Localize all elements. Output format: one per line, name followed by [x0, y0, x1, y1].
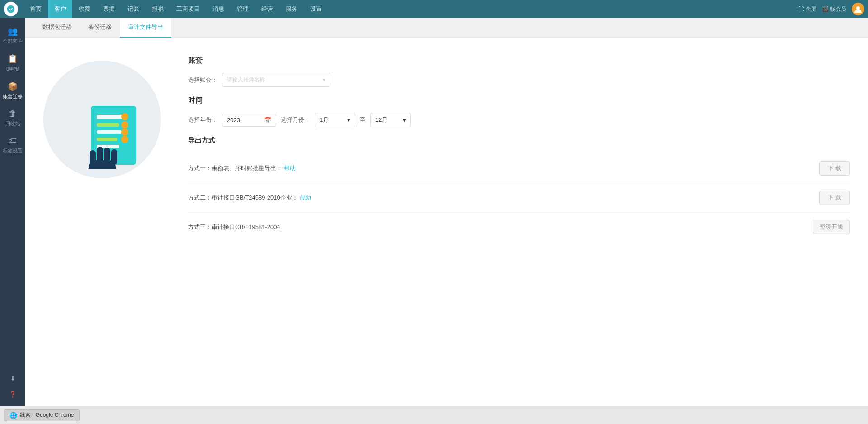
sidebar-label-recycle-bin: 回收站: [5, 120, 20, 127]
top-nav-right: ⛶ 全屏 🎬 畅会员: [798, 3, 864, 15]
export-section: 导出方式 方式一：余额表、序时账批量导出： 帮助 下 载 方式二：审计接口GB/…: [188, 136, 850, 242]
top-navigation: 首页 客户 收费 票据 记账 报税 工商项目 消息 管理 经营 服务 设置 ⛶ …: [0, 0, 868, 18]
month-label: 选择月份：: [281, 116, 310, 124]
sidebar-item-zero-declaration[interactable]: 📋 0申报: [0, 49, 25, 77]
svg-point-9: [121, 129, 128, 136]
svg-rect-15: [104, 148, 110, 165]
nav-management[interactable]: 管理: [231, 0, 255, 18]
time-form-row: 选择年份： 2023 📅 选择月份： 1月 ▾ 至 12月 ▾: [188, 113, 850, 127]
form-area: 账套 选择账套： 请输入账簿名称 ▾ 时间 选择年份： 2023 📅: [188, 52, 850, 392]
account-form-row: 选择账套： 请输入账簿名称 ▾: [188, 73, 850, 87]
sidebar-item-all-customers[interactable]: 👥 全部客户: [0, 22, 25, 49]
chrome-icon: 🌐: [9, 412, 17, 419]
export-method-2: 方式二：审计接口GB/T24589-2010企业： 帮助 下 载: [188, 183, 850, 213]
year-label: 选择年份：: [188, 116, 217, 124]
svg-point-10: [121, 136, 128, 143]
svg-rect-14: [97, 147, 103, 165]
month-start-value: 1月: [320, 116, 329, 124]
sidebar-label-tag-settings: 标签设置: [3, 148, 23, 154]
sidebar-bottom: ⬇ ❓: [6, 372, 19, 406]
sidebar-download-button[interactable]: ⬇: [8, 372, 18, 385]
method-2-download-button[interactable]: 下 载: [819, 191, 850, 205]
time-section-title: 时间: [188, 96, 850, 105]
all-customers-icon: 👥: [8, 26, 18, 36]
nav-menu: 首页 客户 收费 票据 记账 报税 工商项目 消息 管理 经营 服务 设置: [24, 0, 798, 18]
main-layout: 👥 全部客户 📋 0申报 📦 账套迁移 🗑 回收站 🏷 标签设置 ⬇ ❓ 数据包…: [0, 18, 868, 406]
year-value: 2023: [227, 117, 240, 124]
left-sidebar: 👥 全部客户 📋 0申报 📦 账套迁移 🗑 回收站 🏷 标签设置 ⬇ ❓: [0, 18, 25, 406]
method-2-help-link[interactable]: 帮助: [299, 194, 311, 201]
svg-rect-2: [97, 115, 124, 119]
user-avatar[interactable]: [852, 3, 864, 15]
account-select[interactable]: 请输入账簿名称 ▾: [222, 73, 330, 87]
sidebar-label-zero-declaration: 0申报: [6, 66, 19, 72]
tag-settings-icon: 🏷: [9, 136, 17, 146]
method-1-text: 方式一：余额表、序时账批量导出： 帮助: [188, 164, 296, 172]
month-end-value: 12月: [375, 116, 387, 124]
fullscreen-button[interactable]: ⛶ 全屏: [798, 5, 816, 13]
calendar-icon: 📅: [264, 117, 271, 124]
month-end-select[interactable]: 12月 ▾: [370, 113, 411, 127]
method-1-help-link[interactable]: 帮助: [284, 165, 296, 172]
year-input[interactable]: 2023 📅: [222, 114, 276, 127]
tab-data-migration[interactable]: 数据包迁移: [34, 18, 80, 38]
method-3-coming-soon-button[interactable]: 暂缓开通: [813, 220, 850, 234]
chevron-down-icon-3: ▾: [403, 117, 406, 124]
export-method-1: 方式一：余额表、序时账批量导出： 帮助 下 载: [188, 154, 850, 183]
member-button[interactable]: 🎬 畅会员: [822, 5, 846, 13]
sidebar-item-tag-settings[interactable]: 🏷 标签设置: [0, 132, 25, 159]
account-placeholder: 请输入账簿名称: [227, 76, 265, 84]
month-start-select[interactable]: 1月 ▾: [315, 113, 355, 127]
to-label: 至: [360, 116, 366, 124]
taskbar-chrome-item[interactable]: 🌐 线索 - Google Chrome: [4, 409, 80, 421]
nav-invoices[interactable]: 票据: [97, 0, 121, 18]
tab-bar: 数据包迁移 备份迁移 审计文件导出: [25, 18, 868, 38]
sidebar-item-recycle-bin[interactable]: 🗑 回收站: [0, 105, 25, 132]
account-section-title: 账套: [188, 56, 850, 66]
method-1-label: 方式一：余额表、序时账批量导出：: [188, 165, 282, 172]
page-content: 账套 选择账套： 请输入账簿名称 ▾ 时间 选择年份： 2023 📅: [25, 38, 868, 406]
export-method-3: 方式三：审计接口GB/T19581-2004 暂缓开通: [188, 213, 850, 242]
account-migration-icon: 📦: [8, 81, 18, 91]
content-area: 数据包迁移 备份迁移 审计文件导出: [25, 18, 868, 406]
tab-backup-migration[interactable]: 备份迁移: [80, 18, 120, 38]
account-label: 选择账套：: [188, 76, 217, 84]
nav-settings[interactable]: 设置: [304, 0, 328, 18]
taskbar-item-label: 线索 - Google Chrome: [20, 411, 74, 419]
chevron-down-icon: ▾: [323, 77, 326, 83]
svg-rect-3: [97, 123, 119, 127]
nav-business[interactable]: 工商项目: [170, 0, 206, 18]
nav-tax[interactable]: 报税: [146, 0, 170, 18]
illustration-circle: [43, 61, 161, 178]
tab-audit-export[interactable]: 审计文件导出: [120, 18, 171, 38]
sidebar-label-account-migration: 账套迁移: [3, 93, 23, 100]
nav-bookkeeping[interactable]: 记账: [121, 0, 146, 18]
nav-services[interactable]: 服务: [279, 0, 304, 18]
svg-point-0: [856, 6, 860, 10]
nav-billing[interactable]: 收费: [72, 0, 97, 18]
app-logo: [4, 2, 18, 16]
nav-customers[interactable]: 客户: [48, 0, 72, 18]
recycle-bin-icon: 🗑: [9, 109, 17, 119]
nav-messages[interactable]: 消息: [206, 0, 231, 18]
svg-rect-4: [97, 130, 122, 134]
chevron-down-icon-2: ▾: [347, 117, 350, 124]
illustration-area: [43, 52, 161, 392]
nav-home[interactable]: 首页: [24, 0, 48, 18]
illustration-svg: [57, 70, 147, 169]
svg-point-7: [121, 113, 128, 120]
method-1-download-button[interactable]: 下 载: [819, 161, 850, 176]
zero-declaration-icon: 📋: [8, 54, 18, 64]
sidebar-help-button[interactable]: ❓: [6, 388, 19, 400]
svg-rect-16: [111, 149, 117, 165]
sidebar-label-all-customers: 全部客户: [3, 38, 23, 45]
export-section-title: 导出方式: [188, 136, 850, 145]
sidebar-item-account-migration[interactable]: 📦 账套迁移: [0, 77, 25, 105]
taskbar: 🌐 线索 - Google Chrome: [0, 406, 868, 424]
svg-rect-13: [90, 150, 96, 166]
method-2-label: 方式二：审计接口GB/T24589-2010企业：: [188, 194, 298, 201]
nav-operations[interactable]: 经营: [255, 0, 279, 18]
method-3-label: 方式三：审计接口GB/T19581-2004: [188, 224, 280, 230]
svg-rect-5: [97, 138, 117, 141]
method-3-text: 方式三：审计接口GB/T19581-2004: [188, 223, 280, 231]
